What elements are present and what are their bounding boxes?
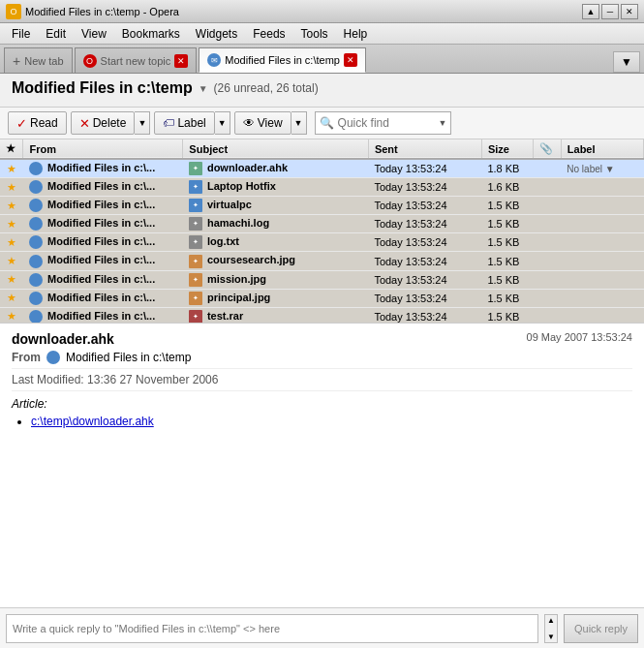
label-cell[interactable]: No label ▼ — [561, 159, 643, 178]
label-cell[interactable] — [561, 252, 643, 270]
menu-edit[interactable]: Edit — [38, 25, 74, 43]
view-btn-group: 👁 View ▼ — [234, 111, 307, 135]
label-text: No label ▼ — [567, 164, 614, 174]
col-header-subject[interactable]: Subject — [183, 139, 369, 159]
table-row[interactable]: ★ Modified Files in c:\... ✦ virtualpc T… — [0, 197, 644, 215]
col-header-label[interactable]: Label — [561, 139, 643, 159]
search-input[interactable] — [338, 116, 435, 130]
label-icon: 🏷 — [163, 116, 174, 130]
maximize-button[interactable]: ─ — [601, 4, 619, 19]
menu-help[interactable]: Help — [336, 25, 376, 43]
label-cell[interactable] — [561, 197, 643, 215]
subject-cell: ✦ Laptop Hotfix — [183, 178, 369, 197]
table-row[interactable]: ★ Modified Files in c:\... ✦ principal.j… — [0, 289, 644, 307]
star-cell[interactable]: ★ — [0, 215, 23, 233]
read-label: Read — [30, 116, 58, 130]
label-cell[interactable] — [561, 270, 643, 289]
reply-scroll[interactable]: ▲ ▼ — [544, 614, 558, 643]
read-btn-group: ✓ Read — [8, 111, 67, 135]
table-row[interactable]: ★ Modified Files in c:\... ✦ hamachi.log… — [0, 215, 644, 233]
preview-last-modified: Last Modified: 13:36 27 November 2006 — [12, 373, 218, 386]
sent-cell: Today 13:53:24 — [368, 270, 481, 289]
star-cell[interactable]: ★ — [0, 178, 23, 197]
table-row[interactable]: ★ Modified Files in c:\... ✦ downloader.… — [0, 159, 644, 178]
star-cell[interactable]: ★ — [0, 252, 23, 270]
menu-feeds[interactable]: Feeds — [245, 25, 292, 43]
menu-file[interactable]: File — [4, 25, 38, 43]
star-icon: ★ — [7, 200, 16, 211]
table-row[interactable]: ★ Modified Files in c:\... ✦ log.txt Tod… — [0, 233, 644, 252]
star-cell[interactable]: ★ — [0, 289, 23, 307]
col-header-attach[interactable]: 📎 — [534, 139, 562, 159]
star-cell[interactable]: ★ — [0, 307, 23, 324]
table-row[interactable]: ★ Modified Files in c:\... ✦ Laptop Hotf… — [0, 178, 644, 197]
star-cell[interactable]: ★ — [0, 233, 23, 252]
opera-icon: O — [83, 54, 97, 68]
file-type-icon: ✦ — [189, 180, 202, 194]
title-dropdown-arrow[interactable]: ▼ — [199, 83, 208, 94]
email-list-container[interactable]: ★ From Subject Sent Size 📎 Label ★ Modif… — [0, 139, 644, 324]
from-text: Modified Files in c:\... — [47, 292, 155, 303]
col-header-star[interactable]: ★ — [0, 139, 23, 159]
size-cell: 1.5 KB — [481, 215, 533, 233]
tab-new-tab[interactable]: + New tab — [4, 47, 73, 73]
quick-reply-button[interactable]: Quick reply — [564, 614, 638, 643]
file-type-icon: ✦ — [189, 255, 202, 268]
from-cell: Modified Files in c:\... — [23, 178, 183, 197]
view-dropdown-button[interactable]: ▼ — [291, 111, 307, 135]
read-icon: ✓ — [16, 116, 27, 131]
col-header-from[interactable]: From — [23, 139, 183, 159]
menu-widgets[interactable]: Widgets — [188, 25, 245, 43]
preview-from-label: From — [12, 351, 41, 364]
app-icon: O — [6, 4, 21, 19]
label-button[interactable]: 🏷 Label — [154, 111, 214, 135]
menu-bookmarks[interactable]: Bookmarks — [114, 25, 188, 43]
col-header-size[interactable]: Size — [481, 139, 533, 159]
delete-button[interactable]: ✕ Delete — [71, 111, 136, 135]
label-cell[interactable] — [561, 215, 643, 233]
table-row[interactable]: ★ Modified Files in c:\... ✦ mission.jpg… — [0, 270, 644, 289]
quick-find-box[interactable]: 🔍 ▼ — [315, 111, 452, 135]
label-cell[interactable] — [561, 178, 643, 197]
tab-menu-button[interactable]: ▼ — [613, 51, 640, 73]
size-cell: 1.5 KB — [481, 233, 533, 252]
window-controls[interactable]: ▲ ─ ✕ — [582, 4, 638, 19]
table-row[interactable]: ★ Modified Files in c:\... ✦ test.rar To… — [0, 307, 644, 324]
label-cell[interactable] — [561, 289, 643, 307]
label-cell[interactable] — [561, 307, 643, 324]
tab-bar: + New tab O Start new topic ✕ ✉ Modified… — [0, 45, 644, 74]
sender-icon — [29, 235, 43, 249]
star-cell[interactable]: ★ — [0, 270, 23, 289]
view-button[interactable]: 👁 View — [234, 111, 291, 135]
col-header-sent[interactable]: Sent — [368, 139, 481, 159]
tab-close-topic[interactable]: ✕ — [174, 54, 188, 68]
page-subtitle: (26 unread, 26 total) — [214, 81, 319, 95]
sent-cell: Today 13:53:24 — [368, 197, 481, 215]
menu-view[interactable]: View — [74, 25, 114, 43]
table-row[interactable]: ★ Modified Files in c:\... ✦ coursesearc… — [0, 252, 644, 270]
search-dropdown-arrow[interactable]: ▼ — [439, 118, 447, 128]
close-button[interactable]: ✕ — [621, 4, 638, 19]
label-cell[interactable] — [561, 233, 643, 252]
minimize-button[interactable]: ▲ — [582, 4, 599, 19]
tab-start-new-topic[interactable]: O Start new topic ✕ — [75, 47, 198, 73]
delete-btn-group: ✕ Delete ▼ — [71, 111, 151, 135]
delete-dropdown-button[interactable]: ▼ — [135, 111, 150, 135]
star-cell[interactable]: ★ — [0, 159, 23, 178]
star-icon: ★ — [7, 292, 16, 303]
tab-close-files[interactable]: ✕ — [344, 53, 357, 67]
size-cell: 1.5 KB — [481, 252, 533, 270]
read-button[interactable]: ✓ Read — [8, 111, 67, 135]
size-cell: 1.8 KB — [481, 159, 533, 178]
quick-reply-input[interactable] — [6, 614, 538, 643]
from-cell: Modified Files in c:\... — [23, 307, 183, 324]
preview-link[interactable]: c:\temp\downloader.ahk — [31, 415, 154, 428]
subject-text: virtualpc — [207, 199, 252, 210]
label-dropdown-button[interactable]: ▼ — [215, 111, 230, 135]
email-table: ★ From Subject Sent Size 📎 Label ★ Modif… — [0, 139, 644, 324]
sent-text: Today 13:53:24 — [374, 181, 446, 193]
star-cell[interactable]: ★ — [0, 197, 23, 215]
sender-icon — [29, 292, 43, 305]
menu-tools[interactable]: Tools — [293, 25, 336, 43]
tab-modified-files[interactable]: ✉ Modified Files in c:\temp ✕ — [199, 47, 366, 73]
